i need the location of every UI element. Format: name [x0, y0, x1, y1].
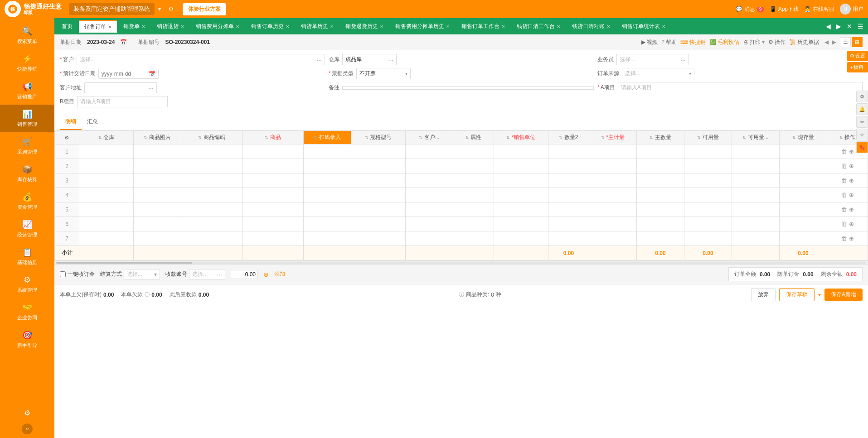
- tab-menu-btn[interactable]: ☰: [855, 23, 866, 30]
- cell-2-spec[interactable]: [351, 159, 406, 173]
- warehouse-input[interactable]: 成品库 ···: [342, 54, 397, 65]
- cell-1-main_qty[interactable]: [637, 144, 684, 159]
- discard-btn[interactable]: 放弃: [751, 288, 776, 301]
- cell-5-product[interactable]: [242, 202, 304, 217]
- note-input[interactable]: [342, 86, 594, 90]
- cell-1-customer_code[interactable]: [406, 144, 453, 159]
- sidebar-item-1[interactable]: ⚡快捷导航: [0, 49, 54, 77]
- tab-10[interactable]: 钱货日清工作台✕: [511, 20, 566, 33]
- th-settings[interactable]: ⚙: [55, 131, 79, 144]
- delete-icon-3[interactable]: 🗑: [841, 177, 847, 184]
- cell-2-current[interactable]: [780, 159, 827, 173]
- sidebar-item-7[interactable]: 📈经营管理: [0, 215, 54, 243]
- list-view-btn[interactable]: ☰: [840, 37, 851, 47]
- cell-7-scan[interactable]: [304, 231, 351, 246]
- cell-1-image[interactable]: [134, 144, 181, 159]
- cell-1-code[interactable]: [181, 144, 242, 159]
- cell-6-warehouse[interactable]: [79, 217, 134, 231]
- tab-close-10[interactable]: ✕: [557, 24, 560, 29]
- delete-icon-7[interactable]: 🗑: [841, 235, 847, 242]
- delete-icon-6[interactable]: 🗑: [841, 221, 847, 227]
- one-click-checkbox-input[interactable]: [60, 271, 66, 277]
- cell-6-unit[interactable]: [494, 217, 548, 231]
- save-new-btn[interactable]: 保存&新增: [824, 289, 863, 301]
- grid-view-btn[interactable]: ⊞: [852, 37, 863, 47]
- cell-4-spec[interactable]: [351, 188, 406, 202]
- delete-icon-1[interactable]: 🗑: [841, 148, 847, 155]
- cell-1-product[interactable]: [242, 144, 304, 159]
- tab-11[interactable]: 钱货日清对账✕: [567, 20, 616, 33]
- cell-7-available[interactable]: [684, 231, 732, 246]
- shortcut-action[interactable]: ⌨快捷键: [680, 39, 706, 46]
- cell-6-available2[interactable]: [732, 217, 780, 231]
- table-settings-icon[interactable]: ⚙: [64, 135, 69, 141]
- cell-2-attr[interactable]: [453, 159, 494, 173]
- cell-5-available[interactable]: [684, 202, 732, 217]
- cell-3-main_unit[interactable]: [589, 173, 637, 188]
- right-float-bell[interactable]: 🔔: [856, 103, 868, 115]
- cell-6-image[interactable]: [134, 217, 181, 231]
- tab-9[interactable]: 销售订单工作台✕: [456, 20, 510, 33]
- one-click-settlement-checkbox[interactable]: 一键收订金: [60, 270, 95, 278]
- cell-4-main_unit[interactable]: [589, 188, 637, 202]
- sidebar-item-5[interactable]: 📦库存核算: [0, 160, 54, 188]
- cell-4-image[interactable]: [134, 188, 181, 202]
- delete-icon-2[interactable]: 🗑: [841, 163, 847, 169]
- cell-5-main_qty[interactable]: [637, 202, 684, 217]
- cell-1-main_unit[interactable]: [589, 144, 637, 159]
- profit-action[interactable]: 💹毛利预估: [709, 39, 739, 46]
- tab-prev-btn[interactable]: ◀: [823, 23, 834, 30]
- cell-4-qty2[interactable]: [548, 188, 589, 202]
- cell-7-unit[interactable]: [494, 231, 548, 246]
- cell-7-qty2[interactable]: [548, 231, 589, 246]
- copy-icon-2[interactable]: ⊕: [849, 163, 854, 169]
- add-btn[interactable]: 添加: [274, 270, 285, 278]
- tab-close-2[interactable]: ✕: [141, 24, 145, 29]
- cell-1-available[interactable]: [684, 144, 732, 159]
- cell-2-available[interactable]: [684, 159, 732, 173]
- cell-6-attr[interactable]: [453, 217, 494, 231]
- cell-7-attr[interactable]: [453, 231, 494, 246]
- cell-5-customer_code[interactable]: [406, 202, 453, 217]
- calendar-icon[interactable]: 📅: [120, 39, 127, 45]
- copy-icon-5[interactable]: ⊕: [849, 206, 854, 213]
- cell-6-qty2[interactable]: [548, 217, 589, 231]
- sidebar-item-4[interactable]: 🛒采购管理: [0, 132, 54, 160]
- scrollbar-thumb[interactable]: [56, 262, 192, 264]
- cell-4-main_qty[interactable]: [637, 188, 684, 202]
- settings-panel-btn[interactable]: ⚙设置: [847, 51, 868, 61]
- sidebar-item-3[interactable]: 📊销售管理: [0, 105, 54, 132]
- cell-3-available[interactable]: [684, 173, 732, 188]
- cell-2-main_qty[interactable]: [637, 159, 684, 173]
- view-action[interactable]: ▶视频: [641, 39, 658, 46]
- cell-3-image[interactable]: [134, 173, 181, 188]
- cell-3-code[interactable]: [181, 173, 242, 188]
- amount-input[interactable]: [231, 270, 258, 279]
- staff-input[interactable]: 选择... ···: [616, 54, 689, 65]
- cell-5-spec[interactable]: [351, 202, 406, 217]
- cell-6-main_qty[interactable]: [637, 217, 684, 231]
- cell-6-product[interactable]: [242, 217, 304, 231]
- right-float-bookmark[interactable]: 🔖: [856, 141, 868, 153]
- cell-5-available2[interactable]: [732, 202, 780, 217]
- cell-7-main_qty[interactable]: [637, 231, 684, 246]
- cell-5-scan[interactable]: [304, 202, 351, 217]
- tab-1[interactable]: 销售订单✕: [79, 20, 117, 33]
- cell-1-attr[interactable]: [453, 144, 494, 159]
- table-tab-0[interactable]: 明细: [60, 114, 82, 130]
- cell-3-customer_code[interactable]: [406, 173, 453, 188]
- a-project-input[interactable]: 请输入A项目: [618, 82, 863, 93]
- cell-3-current[interactable]: [780, 173, 827, 188]
- industry-btn[interactable]: 体验行业方案: [183, 3, 226, 15]
- tab-close-4[interactable]: ✕: [236, 24, 239, 29]
- tab-5[interactable]: 销售订单历史✕: [246, 20, 295, 33]
- cell-7-product[interactable]: [242, 231, 304, 246]
- copy-icon-3[interactable]: ⊕: [849, 177, 854, 184]
- cell-7-main_unit[interactable]: [589, 231, 637, 246]
- tab-8[interactable]: 销售费用分摊单历史✕: [390, 20, 455, 33]
- delivery-date-calendar-icon[interactable]: 📅: [149, 71, 155, 77]
- online-service-btn[interactable]: 👨‍💼 在线客服: [804, 5, 834, 13]
- scrollbar-track[interactable]: [56, 262, 866, 264]
- cell-2-image[interactable]: [134, 159, 181, 173]
- sidebar-item-10[interactable]: 🤝企业协同: [0, 298, 54, 326]
